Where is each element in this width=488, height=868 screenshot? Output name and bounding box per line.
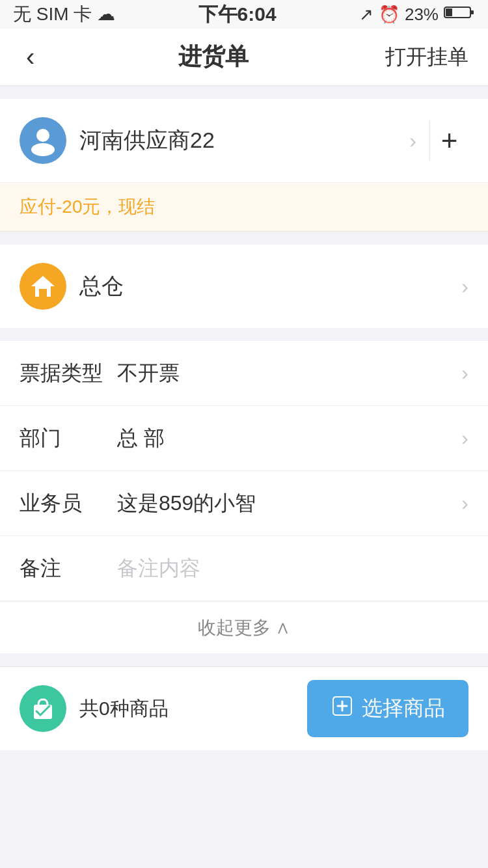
invoice-type-label: 票据类型 [20,359,111,388]
supplier-add-button[interactable]: + [429,121,468,160]
status-bar: 无 SIM 卡 ☁ 下午6:04 ↗ ⏰ 23% [0,0,488,29]
svg-rect-2 [470,10,474,14]
section-gap-2 [0,232,488,245]
supplier-name: 河南供应商22 [79,126,409,156]
department-label: 部门 [20,424,111,453]
remark-row[interactable]: 备注 备注内容 [0,536,488,601]
supplier-avatar [20,117,66,164]
supplier-row[interactable]: 河南供应商22 › + [0,99,488,183]
supplier-chevron-icon: › [409,129,416,153]
warehouse-chevron-icon: › [461,275,468,299]
invoice-type-row[interactable]: 票据类型 不开票 › [0,341,488,406]
back-button[interactable]: ‹ [20,36,41,78]
status-left: 无 SIM 卡 ☁ [13,2,115,27]
svg-rect-1 [446,8,452,16]
status-right: ↗ ⏰ 23% [359,5,475,25]
collapse-button[interactable]: 收起更多 ∧ [0,601,488,653]
product-count-text: 共0种商品 [79,696,169,722]
location-icon: ↗ [359,5,373,25]
salesperson-chevron-icon: › [461,491,468,515]
department-row[interactable]: 部门 总 部 › [0,406,488,471]
department-chevron-icon: › [461,426,468,450]
status-time: 下午6:04 [198,1,277,28]
svg-rect-6 [39,289,47,297]
invoice-type-value: 不开票 [111,359,455,388]
alarm-icon: ⏰ [379,5,400,25]
section-gap-4 [0,653,488,666]
section-gap-3 [0,328,488,341]
select-product-label: 选择商品 [362,694,445,723]
warehouse-name: 总仓 [79,271,461,301]
salesperson-label: 业务员 [20,489,111,518]
remark-input[interactable]: 备注内容 [111,554,468,583]
salesperson-value: 这是859的小智 [111,489,455,518]
section-gap-1 [0,86,488,99]
product-bar: 共0种商品 选择商品 [0,666,488,750]
invoice-type-chevron-icon: › [461,361,468,385]
bottom-gray-area [0,750,488,868]
select-product-button[interactable]: 选择商品 [307,680,468,737]
product-count-area: 共0种商品 [20,685,169,732]
add-icon: + [441,126,458,155]
warehouse-row[interactable]: 总仓 › [0,245,488,328]
supplier-section: 河南供应商22 › + 应付-20元，现结 [0,99,488,232]
warehouse-section: 总仓 › [0,245,488,328]
warehouse-icon [20,263,66,310]
salesperson-row[interactable]: 业务员 这是859的小智 › [0,471,488,536]
department-value: 总 部 [111,424,455,453]
no-sim-text: 无 SIM 卡 ☁ [13,2,115,27]
product-icon [20,685,66,732]
notice-banner: 应付-20元，现结 [0,183,488,232]
svg-point-4 [31,143,55,156]
remark-label: 备注 [20,554,111,583]
open-pending-button[interactable]: 打开挂单 [385,43,468,72]
battery-text: 23% [405,5,439,25]
select-product-icon [331,694,354,723]
nav-bar: ‹ 进货单 打开挂单 [0,29,488,86]
battery-icon [444,5,475,25]
svg-point-3 [36,129,49,142]
form-section: 票据类型 不开票 › 部门 总 部 › 业务员 这是859的小智 › 备注 备注… [0,341,488,653]
page-title: 进货单 [178,41,249,73]
